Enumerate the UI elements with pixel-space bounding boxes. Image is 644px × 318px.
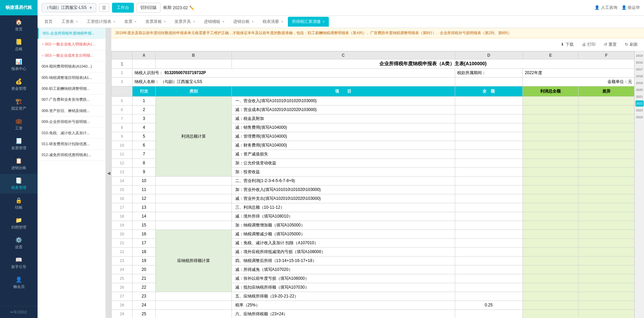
sheet-title: 企业所得税年度纳税申报表（A类）主表(A100000) xyxy=(232,59,634,68)
sidebar-item-ledger[interactable]: 📒 总账 xyxy=(0,35,38,55)
sidebar-label-asset: 资金管理 xyxy=(11,86,26,91)
table-row: 14 10 二、营业利润(1-2-3-4-5-6-7-8+9) xyxy=(112,176,634,185)
timeline-item-2021[interactable]: 2021 xyxy=(635,94,644,100)
payroll-icon: 💼 xyxy=(15,118,22,124)
download-button[interactable]: ⬇ 下载 xyxy=(559,40,576,49)
col-quane: 全 额 xyxy=(455,86,522,96)
sidebar-item-settings[interactable]: ⚙️ 设置 xyxy=(0,233,38,253)
timeline-item-2024[interactable]: 2024 xyxy=(635,114,644,120)
panel-collapse-button[interactable]: ◀ xyxy=(106,28,111,318)
tab-home[interactable]: 首页 xyxy=(40,17,57,27)
report-item-004[interactable]: 004-期间费用明细表(A1040...) xyxy=(38,61,106,72)
sidebar-item-report[interactable]: 📊 报表中心 xyxy=(0,55,38,75)
timeline-item-2019[interactable]: 2019 xyxy=(635,80,644,86)
username[interactable]: 👤 徐运华 xyxy=(621,5,640,11)
col-header-a[interactable]: A xyxy=(132,51,155,59)
tab-sales-account[interactable]: 进销台账 × xyxy=(229,17,258,27)
tab-tax-clear[interactable]: 税表清册 × xyxy=(258,17,287,27)
timeline-item-2018[interactable]: 2018 xyxy=(635,73,644,79)
tab-invoice-open[interactable]: 发票开具 × xyxy=(170,17,199,27)
timeline-item-2019-top[interactable]: 2019 xyxy=(635,53,644,59)
sidebar-item-payroll[interactable]: 💼 工资 xyxy=(0,114,38,134)
sidebar-item-archive[interactable]: 📁 归档管理 xyxy=(0,213,38,233)
report-item-005[interactable]: 005-纳税调整项目明细表(A1... xyxy=(38,72,106,83)
empty-cell-3d xyxy=(455,77,522,86)
topbar-right: 👤 人工咨询 👤 徐运华 xyxy=(594,5,640,11)
company-dropdown-arrow: ▼ xyxy=(89,5,93,10)
workbench-button[interactable]: 工作台 xyxy=(112,3,134,13)
row-num-1: 1 xyxy=(112,59,132,68)
col-profit: 利润总全额 xyxy=(522,86,578,96)
reset-button[interactable]: ↺ 重置 xyxy=(602,40,619,49)
report-item-001[interactable]: 001-企业所得税年度纳税申报... xyxy=(38,28,106,39)
sidebar-footer[interactable]: ⬅ 取消固定 xyxy=(0,306,38,318)
home-icon: 🏠 xyxy=(15,19,22,25)
tab-close-payroll[interactable]: × xyxy=(76,20,78,24)
report-item-008[interactable]: 008-资产折旧、摊销及纳税... xyxy=(38,106,106,116)
taxpayer-id-cell: 纳税人识别号： 91320500703719732P xyxy=(132,68,455,77)
report-item-010[interactable]: 010-免税、减计收入及加计... xyxy=(38,128,106,139)
col-header-b[interactable]: B xyxy=(155,51,232,59)
sidebar-item-asset[interactable]: 💰 资金管理 xyxy=(0,75,38,95)
report-item-006[interactable]: 006-职工薪酬纳税调整明细... xyxy=(38,83,106,94)
report-icon: 📊 xyxy=(15,58,22,65)
member-icon: 👤 xyxy=(15,276,22,283)
timeline-item-2023[interactable]: 2023 xyxy=(635,107,644,113)
period-edit-icon[interactable]: ✏️ xyxy=(189,5,194,10)
tab-close-tax-clear[interactable]: × xyxy=(281,20,283,24)
spreadsheet: A B C D E F 1 xyxy=(111,51,634,318)
settings-icon: ⚙️ xyxy=(15,237,22,243)
sidebar-item-member[interactable]: 👤 畅会员 xyxy=(0,273,38,293)
switch-version-button[interactable]: 切到旧版 xyxy=(137,3,160,13)
report-item-002[interactable]: 002-一般企业收入明细表(A1... xyxy=(38,39,106,50)
timeline-item-2016[interactable]: 2016 xyxy=(635,59,644,66)
timeline-item-2017[interactable]: 2017 xyxy=(635,66,644,72)
report-item-009[interactable]: 009-企业所得税补亏损明细... xyxy=(38,116,106,127)
tab-close-invoice-open[interactable]: × xyxy=(193,20,195,24)
col-header-c[interactable]: C xyxy=(232,51,455,59)
sidebar-item-home[interactable]: 🏠 首页 xyxy=(0,15,38,35)
sidebar-label-sales: 进销台账 xyxy=(11,165,26,170)
download-icon: ⬇ xyxy=(561,42,564,47)
col-header-d[interactable]: D xyxy=(455,51,522,59)
report-item-012[interactable]: 012-减免所得税优惠明细表(... xyxy=(38,150,106,161)
sidebar-label-settings: 设置 xyxy=(15,245,23,250)
tab-sales-ledger[interactable]: 进销稽核 × xyxy=(200,17,228,27)
company-icon-button[interactable]: ☰ xyxy=(99,3,109,12)
sidebar-item-fixed[interactable]: 🏗️ 固定资产 xyxy=(0,95,38,114)
timeline-panel: 2019 2016 2017 2018 2019 2020 2021 2022 … xyxy=(634,51,644,318)
col-header-f[interactable]: F xyxy=(578,51,634,59)
tab-close-payroll-stat[interactable]: × xyxy=(113,20,115,24)
tab-income-tax[interactable]: 所得税汇算清缴 × xyxy=(288,17,329,27)
sidebar-item-sales[interactable]: 📋 进销台账 xyxy=(0,154,38,174)
currency-cell: 金额单位：元 xyxy=(522,77,634,86)
user-service[interactable]: 👤 人工咨询 xyxy=(594,5,617,11)
close-period-icon: 🔒 xyxy=(15,197,22,204)
tab-close-sales-account[interactable]: × xyxy=(252,20,254,24)
tab-close-income-tax[interactable]: × xyxy=(323,20,325,24)
tab-close-sales-ledger[interactable]: × xyxy=(222,20,224,24)
tax-period-value-cell: 2022年度 xyxy=(522,68,634,77)
ledger-icon: 📒 xyxy=(15,39,22,45)
tab-payroll-stat[interactable]: 工资统计报表 × xyxy=(83,17,120,27)
sidebar-item-close[interactable]: 🔒 结账 xyxy=(0,194,38,213)
sidebar-label-payroll: 工资 xyxy=(15,126,23,131)
tax-icon: 📑 xyxy=(15,177,22,184)
timeline-item-2020[interactable]: 2020 xyxy=(635,87,644,93)
timeline-item-2022[interactable]: 2022 xyxy=(635,100,644,107)
report-item-007[interactable]: 007-广告费和业务宣传费跌... xyxy=(38,94,106,105)
col-header-e[interactable]: E xyxy=(522,51,578,59)
tab-close-invoice-mgr[interactable]: × xyxy=(135,20,137,24)
print-button[interactable]: 🖨 打印 xyxy=(580,40,598,49)
tab-payroll[interactable]: 工资表 × xyxy=(57,17,82,27)
report-item-003[interactable]: 003-一般企业成本支出明细... xyxy=(38,50,106,61)
sidebar-item-guide[interactable]: 📖 新手引导 xyxy=(0,253,38,273)
tab-close-invoice-calc[interactable]: × xyxy=(164,20,166,24)
sidebar-item-invoice[interactable]: 🧾 发票管理 xyxy=(0,134,38,154)
report-item-011[interactable]: 011-研发费用加计扣除优惠... xyxy=(38,139,106,150)
company-selector[interactable]: （勾副）江西服宝-LSS ▼ xyxy=(42,3,96,12)
refresh-button[interactable]: ↻ 刷新 xyxy=(623,40,640,49)
tab-invoice-mgr[interactable]: 发票 × xyxy=(120,17,141,27)
sidebar-item-tax[interactable]: 📑 税务管理 xyxy=(0,174,38,194)
tab-invoice-calc[interactable]: 发票算账 × xyxy=(141,17,170,27)
